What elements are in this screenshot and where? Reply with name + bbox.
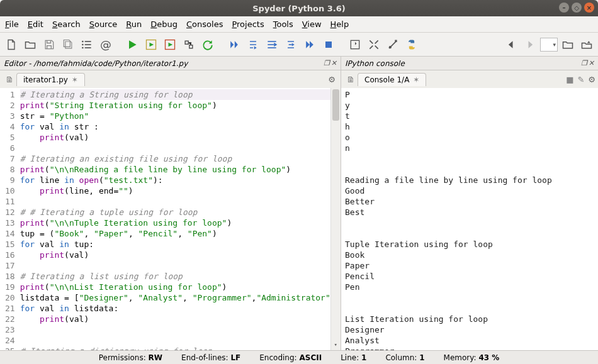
minimize-button[interactable]: – bbox=[559, 3, 569, 13]
save-icon[interactable] bbox=[40, 36, 58, 53]
run-cell-icon[interactable] bbox=[142, 36, 160, 53]
rerun-icon[interactable] bbox=[199, 36, 217, 53]
preferences-icon[interactable] bbox=[384, 36, 402, 53]
menu-edit[interactable]: Edit bbox=[28, 19, 43, 29]
restore-pane-icon[interactable]: ❐ bbox=[324, 59, 330, 67]
console-output[interactable]: P y t h o n Reading a file line by line … bbox=[341, 88, 598, 350]
close-console-icon[interactable]: ✕ bbox=[589, 59, 594, 67]
restore-console-icon[interactable]: ❐ bbox=[581, 59, 587, 67]
console-pane-title: IPython console bbox=[345, 59, 405, 68]
editor-tab[interactable]: iterator1.py ✶ bbox=[16, 73, 85, 86]
debug-continue-icon[interactable] bbox=[301, 36, 319, 53]
back-icon[interactable] bbox=[502, 36, 520, 53]
console-options-icon[interactable]: ⚙ bbox=[588, 75, 595, 84]
debug-stop-icon[interactable] bbox=[320, 36, 337, 53]
editor-scrollbar[interactable]: ▴▾ bbox=[330, 88, 341, 350]
menu-tools[interactable]: Tools bbox=[273, 19, 293, 29]
working-dir-dropdown[interactable]: ▾ bbox=[540, 38, 558, 52]
svg-rect-13 bbox=[395, 40, 397, 41]
close-console-tab-icon[interactable]: ✶ bbox=[413, 75, 419, 84]
menu-file[interactable]: File bbox=[5, 19, 19, 29]
menu-projects[interactable]: Projects bbox=[232, 19, 264, 29]
browse-dir-icon[interactable] bbox=[559, 36, 577, 53]
bullets-icon[interactable] bbox=[78, 36, 96, 53]
statusbar: Permissions: RW End-of-lines: LF Encodin… bbox=[0, 350, 598, 364]
menubar: FileEditSearchSourceRunDebugConsolesProj… bbox=[0, 16, 598, 33]
menu-run[interactable]: Run bbox=[126, 19, 142, 29]
menu-source[interactable]: Source bbox=[89, 19, 118, 29]
forward-icon[interactable] bbox=[521, 36, 539, 53]
debug-into-icon[interactable] bbox=[244, 36, 262, 53]
new-file-icon[interactable] bbox=[3, 36, 20, 53]
maximize-pane-icon[interactable] bbox=[365, 36, 383, 53]
debug-step-icon[interactable] bbox=[225, 36, 243, 53]
svg-point-4 bbox=[82, 43, 84, 45]
close-tab-icon[interactable]: ✶ bbox=[72, 75, 78, 84]
menu-search[interactable]: Search bbox=[52, 19, 81, 29]
import-icon[interactable] bbox=[346, 36, 364, 53]
window-title: Spyder (Python 3.6) bbox=[252, 4, 346, 13]
maximize-button[interactable]: ◇ bbox=[572, 3, 582, 13]
save-all-icon[interactable] bbox=[59, 36, 77, 53]
editor-options-icon[interactable]: ⚙ bbox=[328, 75, 336, 84]
menu-help[interactable]: Help bbox=[330, 19, 349, 29]
editor-pane-title: Editor - /home/fahmida/code/Python/itera… bbox=[4, 59, 188, 68]
run-selection-icon[interactable] bbox=[180, 36, 198, 53]
console-list-icon[interactable]: 🗎 bbox=[344, 75, 358, 84]
debug-out-icon[interactable] bbox=[282, 36, 300, 53]
window-titlebar: Spyder (Python 3.6) – ◇ × bbox=[0, 0, 598, 16]
python-icon[interactable] bbox=[403, 36, 420, 53]
open-file-icon[interactable] bbox=[21, 36, 39, 53]
stop-kernel-icon[interactable]: ■ bbox=[566, 75, 573, 84]
at-icon[interactable]: @ bbox=[97, 36, 115, 53]
run-cell-advance-icon[interactable] bbox=[161, 36, 179, 53]
parent-dir-icon[interactable] bbox=[578, 36, 595, 53]
code-editor[interactable]: 1234567891011121314151617181920212223242… bbox=[0, 88, 341, 350]
close-pane-icon[interactable]: ✕ bbox=[331, 59, 337, 67]
clear-console-icon[interactable]: ✎ bbox=[577, 75, 584, 84]
console-tab-label: Console 1/A bbox=[364, 75, 409, 84]
menu-debug[interactable]: Debug bbox=[150, 19, 178, 29]
close-button[interactable]: × bbox=[584, 3, 594, 13]
file-browser-icon[interactable]: 🗎 bbox=[3, 75, 16, 84]
menu-consoles[interactable]: Consoles bbox=[186, 19, 223, 29]
main-toolbar: @ ▾ bbox=[0, 33, 598, 57]
svg-point-12 bbox=[389, 46, 392, 48]
svg-point-3 bbox=[82, 40, 84, 42]
console-tab[interactable]: Console 1/A ✶ bbox=[358, 73, 426, 86]
run-icon[interactable] bbox=[123, 36, 141, 53]
menu-view[interactable]: View bbox=[302, 19, 322, 29]
editor-tab-label: iterator1.py bbox=[23, 75, 68, 84]
debug-over-icon[interactable] bbox=[263, 36, 281, 53]
svg-rect-10 bbox=[325, 41, 332, 48]
svg-point-5 bbox=[82, 47, 84, 48]
